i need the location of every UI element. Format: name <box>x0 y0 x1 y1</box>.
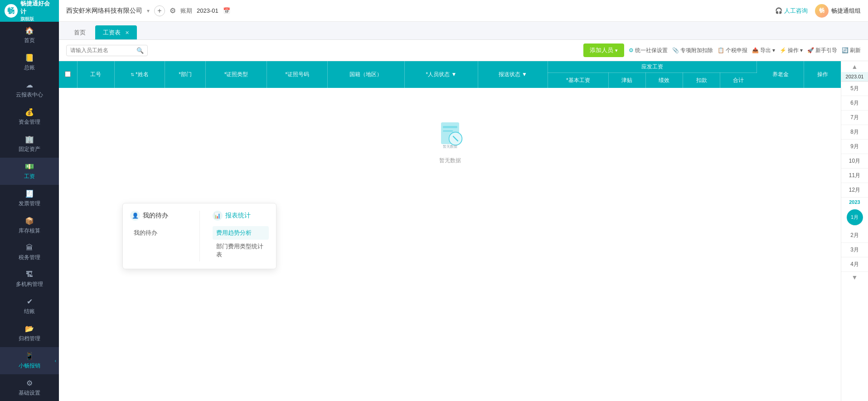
date-item-5[interactable]: 5月 <box>841 82 868 96</box>
tax-report-button[interactable]: 📋 个税申报 <box>718 47 747 54</box>
select-all-checkbox[interactable] <box>65 71 71 77</box>
ledger-icon: 📒 <box>25 53 34 62</box>
popup-item-dept-stats[interactable]: 部门费用类型统计表 <box>213 240 269 261</box>
date-item-7[interactable]: 7月 <box>841 111 868 125</box>
sidebar-item-multi-org[interactable]: 🏗 多机构管理 <box>0 266 59 293</box>
special-deduction-icon: 📎 <box>672 47 679 53</box>
sidebar-item-fixed-assets[interactable]: 🏢 固定资产 <box>0 130 59 158</box>
date-down-arrow[interactable]: ▼ <box>841 272 868 283</box>
topbar-right: 🎧 人工咨询 畅 畅捷通组组 <box>775 4 861 18</box>
operation-button[interactable]: ⚡ 操作 ▾ <box>780 47 803 54</box>
sidebar-label-archive: 归档管理 <box>19 335 40 343</box>
sidebar-item-settings[interactable]: ⚙ 基础设置 <box>0 374 59 401</box>
checkout-icon: ✔ <box>27 297 33 306</box>
add-person-button[interactable]: 添加人员 ▾ <box>583 43 624 57</box>
popup-report-header: 📊 报表统计 <box>213 211 269 221</box>
search-input[interactable] <box>70 47 134 53</box>
sidebar-item-tax[interactable]: 🏛 税务管理 <box>0 239 59 266</box>
support-button[interactable]: 🎧 人工咨询 <box>775 7 808 15</box>
user-menu[interactable]: 畅 畅捷通组组 <box>815 4 861 18</box>
sidebar-label-home: 首页 <box>24 37 35 44</box>
date-item-3[interactable]: 3月 <box>841 243 868 257</box>
sidebar-label-ledger: 总账 <box>24 64 35 72</box>
sidebar-label-checkout: 结账 <box>24 308 35 315</box>
sidebar-item-checkout[interactable]: ✔ 结账 <box>0 293 59 320</box>
search-box[interactable]: 🔍 <box>66 45 148 56</box>
guide-button[interactable]: 🚀 新手引导 <box>807 47 837 54</box>
date-item-10[interactable]: 10月 <box>841 154 868 169</box>
toolbar-actions: 添加人员 ▾ ⚙ 统一社保设置 📎 专项附加扣除 📋 个税申报 📤 导 <box>583 43 861 57</box>
date-item-11[interactable]: 11月 <box>841 169 868 183</box>
tab-close-icon[interactable]: ✕ <box>125 30 129 35</box>
svg-rect-2 <box>443 130 453 132</box>
special-deduction-button[interactable]: 📎 专项附加扣除 <box>672 47 713 54</box>
popup-col-todo: 👤 我的待办 我的待办 <box>130 211 187 261</box>
sidebar-item-expense[interactable]: 📱 小畅报销 ‹ <box>0 347 59 374</box>
th-total: 合计 <box>720 73 757 88</box>
topbar: 西安虾米网络科技有限公司 ▾ + ⚙ 账期 2023-01 📅 🎧 人工咨询 畅… <box>59 0 868 22</box>
date-item-6[interactable]: 6月 <box>841 96 868 111</box>
sidebar-arrow: ‹ <box>55 358 56 363</box>
sidebar-item-salary[interactable]: 💵 工资 <box>0 158 59 185</box>
tax-icon: 🏛 <box>26 244 33 252</box>
sort-name-icon: ⇅ <box>131 72 134 77</box>
company-dropdown-icon[interactable]: ▾ <box>147 8 150 14</box>
date-item-4[interactable]: 4月 <box>841 257 868 272</box>
popup-item-trend[interactable]: 费用趋势分析 <box>213 226 269 240</box>
th-dept: *部门 <box>165 61 206 88</box>
sidebar-label-salary: 工资 <box>24 173 35 180</box>
date-item-9[interactable]: 9月 <box>841 140 868 154</box>
popup-divider <box>199 211 200 261</box>
date-item-12[interactable]: 12月 <box>841 183 868 198</box>
date-item-8[interactable]: 8月 <box>841 125 868 140</box>
send-filter-icon[interactable]: ▼ <box>522 71 527 77</box>
th-performance: 绩效 <box>645 73 683 88</box>
status-filter-icon[interactable]: ▼ <box>451 71 456 77</box>
date-item-2[interactable]: 2月 <box>841 228 868 243</box>
sidebar-label-tax: 税务管理 <box>19 254 40 261</box>
add-company-button[interactable]: + <box>154 5 165 16</box>
th-pension: 养老金 <box>757 61 804 88</box>
guide-toolbar-icon: 🚀 <box>807 47 814 53</box>
archive-icon: 📂 <box>25 324 34 333</box>
tab-home[interactable]: 首页 <box>66 25 93 39</box>
date-year-2023: 2023 <box>841 198 868 207</box>
inventory-icon: 📦 <box>25 217 34 225</box>
popup-overlay: 👤 我的待办 我的待办 📊 报表统计 费用趋势分析 <box>122 203 276 269</box>
sidebar-item-ledger[interactable]: 📒 总账 <box>0 49 59 76</box>
sidebar-item-cloud-report[interactable]: ☁ 云报表中心 <box>0 76 59 103</box>
period-calendar-icon[interactable]: 📅 <box>223 7 230 14</box>
avatar: 畅 <box>815 4 829 18</box>
salary-icon: 💵 <box>25 162 34 171</box>
th-country: 国籍（地区） <box>328 61 405 88</box>
popup-columns: 👤 我的待办 我的待办 📊 报表统计 费用趋势分析 <box>130 211 269 261</box>
social-insurance-button[interactable]: ⚙ 统一社保设置 <box>629 47 668 54</box>
empty-text: 暂无数据 <box>439 157 461 164</box>
sidebar-item-home[interactable]: 🏠 首页 <box>0 22 59 49</box>
th-name: ⇅ *姓名 <box>114 61 165 88</box>
company-settings-icon[interactable]: ⚙ <box>170 6 176 15</box>
tabs-bar: 首页 工资表 ✕ <box>59 22 868 40</box>
date-item-1-current[interactable]: 1月 <box>847 209 863 226</box>
select-all-header[interactable] <box>59 61 77 88</box>
tab-salary[interactable]: 工资表 ✕ <box>95 25 137 39</box>
popup-todo-title: 我的待办 <box>143 212 168 220</box>
sidebar-label-expense: 小畅报销 <box>19 362 40 370</box>
headset-icon: 🎧 <box>775 7 782 14</box>
expense-icon: 📱 <box>25 352 34 360</box>
add-person-dropdown-icon: ▾ <box>615 48 618 53</box>
search-icon: 🔍 <box>136 47 144 54</box>
date-up-arrow[interactable]: ▲ <box>841 61 868 72</box>
popup-report-title: 报表统计 <box>225 212 251 220</box>
sidebar-item-inventory[interactable]: 📦 库存核算 <box>0 212 59 239</box>
invoice-icon: 🧾 <box>25 189 34 198</box>
export-button[interactable]: 📤 导出 ▾ <box>752 47 775 54</box>
sidebar-item-archive[interactable]: 📂 归档管理 <box>0 320 59 347</box>
sidebar-label-invoice: 发票管理 <box>19 200 40 208</box>
refresh-button[interactable]: 🔄 刷新 <box>842 47 861 54</box>
popup-item-my-todo[interactable]: 我的待办 <box>130 226 187 240</box>
sidebar-item-invoice[interactable]: 🧾 发票管理 <box>0 185 59 212</box>
period-value: 2023-01 <box>197 7 218 14</box>
th-idtype: *证照类型 <box>206 61 267 88</box>
sidebar-item-fund[interactable]: 💰 资金管理 <box>0 103 59 130</box>
